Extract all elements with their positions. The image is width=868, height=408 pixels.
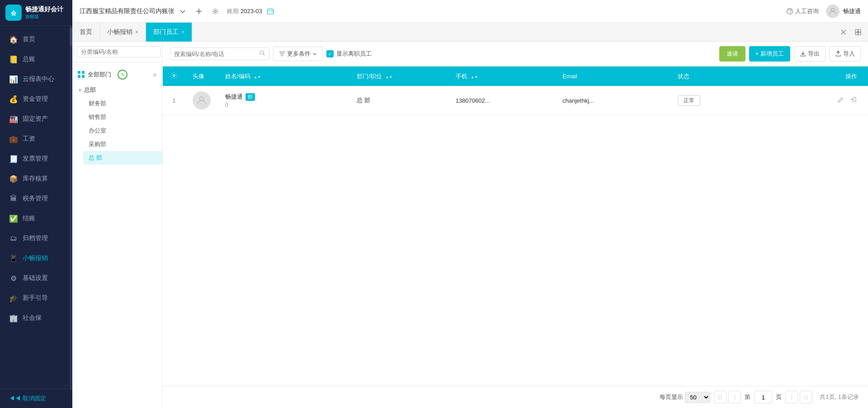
logout-icon[interactable] xyxy=(850,96,857,105)
svg-rect-10 xyxy=(859,32,861,35)
topbar-actions xyxy=(176,5,222,18)
dept-edit-button[interactable]: ✎ xyxy=(118,70,127,80)
page-first-button[interactable]: ⟨⟨ xyxy=(714,391,726,403)
tab-bar-end xyxy=(837,26,868,38)
svg-rect-3 xyxy=(267,9,273,14)
import-button[interactable]: 导入 xyxy=(829,46,861,62)
add-account-icon[interactable] xyxy=(193,5,205,18)
col-dept-position[interactable]: 部门/职位 ▲▼ xyxy=(349,66,448,86)
filter-button[interactable]: 更多条件 xyxy=(273,47,323,61)
company-icon: 🏢 xyxy=(9,313,18,323)
sidebar-item-salary[interactable]: 💼 工资 xyxy=(0,129,72,149)
calendar-icon[interactable] xyxy=(264,5,277,18)
svg-rect-9 xyxy=(855,32,858,35)
service-button[interactable]: 人工咨询 xyxy=(786,7,819,15)
employee-name-row: 畅捷通 部 xyxy=(225,93,342,101)
dept-search-input[interactable] xyxy=(77,46,161,57)
main-area: 江西服宝精品有限责任公司内账张 账期 2023-03 xyxy=(72,0,868,408)
settings-gear-icon[interactable] xyxy=(209,5,222,18)
sidebar-item-inventory[interactable]: 📦 库存核算 xyxy=(0,169,72,189)
sidebar-item-basic-settings[interactable]: ⚙ 基础设置 xyxy=(0,268,72,288)
sort-phone-icon[interactable]: ▲▼ xyxy=(471,76,478,79)
col-action: 操作 xyxy=(769,66,868,86)
sidebar-item-ledger[interactable]: 📒 总账 xyxy=(0,49,72,69)
sidebar-logo: 会 畅捷通好会计 旗舰版 xyxy=(0,0,72,26)
row-phone: 138070602... xyxy=(448,86,556,115)
dropdown-icon[interactable] xyxy=(176,5,189,18)
add-employee-button[interactable]: + 新增员工 xyxy=(749,46,790,62)
page-label: 第 xyxy=(745,393,750,401)
show-resigned-checkbox[interactable]: ✓ xyxy=(326,50,334,57)
dept-search-bar xyxy=(72,42,162,62)
dept-child-caigou[interactable]: 采购部 xyxy=(83,138,162,151)
sidebar-item-invoice[interactable]: 🧾 发票管理 xyxy=(0,149,72,169)
tab-xiaochang[interactable]: 小畅报销 × xyxy=(100,23,146,42)
col-phone[interactable]: 手机 ▲▼ xyxy=(448,66,556,86)
page-prev-button[interactable]: ⟨ xyxy=(728,391,741,403)
total-info: 共1页, 1条记录 xyxy=(820,393,859,401)
employee-search-input[interactable] xyxy=(174,51,259,57)
sidebar-item-archive[interactable]: 🗂 归档管理 xyxy=(0,228,72,248)
page-last-button[interactable]: ⟩⟩ xyxy=(800,391,812,403)
col-settings[interactable] xyxy=(163,66,185,86)
sort-dept-icon[interactable]: ▲▼ xyxy=(385,76,392,79)
tab-home[interactable]: 首页 xyxy=(72,23,100,42)
sidebar-item-company[interactable]: 🏢 社会保 xyxy=(0,308,72,328)
svg-rect-8 xyxy=(859,29,861,32)
employee-search-icon[interactable] xyxy=(259,50,265,58)
xiaochang-icon: 📱 xyxy=(9,254,18,263)
sidebar-nav: 🏠 首页 📒 总账 📊 云报表中心 💰 资金管理 🏭 固定资产 💼 工资 🧾 发… xyxy=(0,26,72,389)
dept-group-header-zongbu[interactable]: ▼ 总部 xyxy=(72,83,162,97)
sidebar-item-reports[interactable]: 📊 云报表中心 xyxy=(0,69,72,89)
maximize-icon[interactable] xyxy=(852,26,864,38)
dept-expand-arrow: ▼ xyxy=(78,88,82,93)
tab-dept-employee[interactable]: 部门员工 × xyxy=(146,23,192,42)
row-dept: 总 部 xyxy=(349,86,448,115)
funds-icon: 💰 xyxy=(9,95,18,104)
dept-child-caiwu[interactable]: 财务部 xyxy=(83,97,162,110)
dept-group-zongbu: ▼ 总部 财务部 销售部 办公室 采购部 总 部 xyxy=(72,83,162,165)
dept-child-zongbu[interactable]: 总 部 xyxy=(83,151,162,165)
dept-all-item[interactable]: 全部部门 ✎ « xyxy=(72,66,162,83)
table-header-row: 头像 姓名/编码 ▲▼ 部门/职位 ▲▼ 手机 ▲▼ xyxy=(163,66,868,86)
sidebar-pin-toggle[interactable]: ◀◀ 取消固定 xyxy=(0,389,72,408)
sort-name-icon[interactable]: ▲▼ xyxy=(254,76,261,79)
sidebar-item-funds[interactable]: 💰 资金管理 xyxy=(0,89,72,109)
page-size-select[interactable]: 10 20 50 100 xyxy=(685,392,710,403)
table-footer: 每页显示 10 20 50 100 ⟨⟨ ⟨ 第 页 ⟩ ⟩⟩ xyxy=(163,386,868,408)
sidebar-item-newcomer[interactable]: 🎓 新手引导 xyxy=(0,288,72,308)
sidebar-item-tax[interactable]: 🏛 税务管理 xyxy=(0,189,72,209)
employee-code: 0 xyxy=(225,102,342,108)
employee-search-bar xyxy=(170,47,269,60)
sidebar-scrollbar xyxy=(70,25,72,390)
page-next-button[interactable]: ⟩ xyxy=(785,391,798,403)
content-area: 全部部门 ✎ « ▼ 总部 财务部 销售部 办公室 采购部 总 部 xyxy=(72,42,868,408)
invite-button[interactable]: 邀请 xyxy=(719,46,745,62)
col-name-code[interactable]: 姓名/编码 ▲▼ xyxy=(218,66,349,86)
edit-icon[interactable] xyxy=(837,96,844,105)
col-email: Email xyxy=(555,66,670,86)
svg-point-13 xyxy=(173,75,175,76)
sidebar-item-assets[interactable]: 🏭 固定资产 xyxy=(0,109,72,129)
dept-child-xiaoshou[interactable]: 销售部 xyxy=(83,110,162,124)
dept-collapse-button[interactable]: « xyxy=(153,71,157,79)
sidebar-item-settlement[interactable]: ✅ 结账 xyxy=(0,209,72,228)
sidebar-item-xiaochang[interactable]: 📱 小畅报销 xyxy=(0,248,72,268)
row-avatar xyxy=(185,86,218,115)
show-resigned-toggle[interactable]: ✓ 显示离职员工 xyxy=(326,50,372,58)
export-button[interactable]: 导出 xyxy=(794,46,826,62)
tab-close-xiaochang[interactable]: × xyxy=(135,29,138,35)
close-panel-icon[interactable] xyxy=(837,26,850,38)
tab-close-dept-employee[interactable]: × xyxy=(181,29,184,35)
sidebar-item-home[interactable]: 🏠 首页 xyxy=(0,29,72,49)
user-area: 畅捷通 xyxy=(826,5,861,18)
page-number-input[interactable] xyxy=(754,391,772,403)
sidebar: 会 畅捷通好会计 旗舰版 🏠 首页 📒 总账 📊 云报表中心 💰 资金管理 🏭 xyxy=(0,0,72,408)
app-logo-icon: 会 xyxy=(5,5,22,21)
row-status: 正常 xyxy=(670,86,769,115)
svg-point-14 xyxy=(200,97,204,101)
top-bar: 江西服宝精品有限责任公司内账张 账期 2023-03 xyxy=(72,0,868,23)
reports-icon: 📊 xyxy=(9,75,18,84)
company-name: 江西服宝精品有限责任公司内账张 xyxy=(80,7,175,15)
dept-child-bangongshi[interactable]: 办公室 xyxy=(83,124,162,138)
